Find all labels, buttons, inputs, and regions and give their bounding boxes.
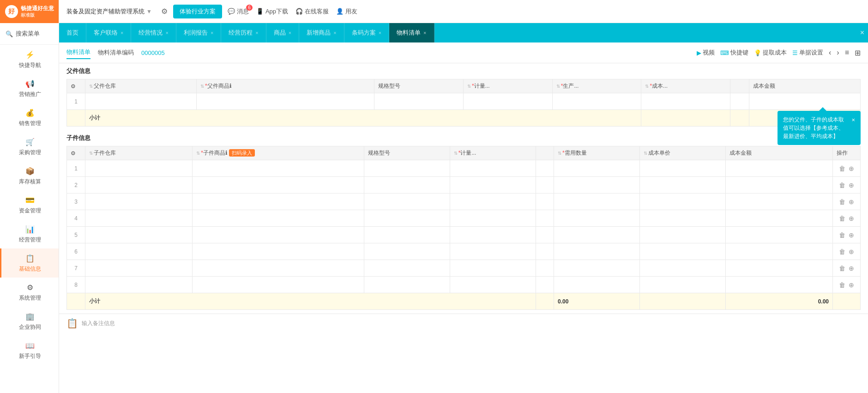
child-unit-cell[interactable] [450,277,536,293]
nav-tab-经营历程[interactable]: 经营历程× [221,23,266,42]
child-product-cell[interactable] [193,210,364,227]
child-spec-cell[interactable] [364,260,450,277]
child-unit-cell[interactable] [450,160,536,177]
child-unit-cell[interactable] [450,210,536,227]
parent-cost-cell[interactable] [641,93,730,110]
parent-unit-cell[interactable] [464,93,553,110]
child-spec-cell[interactable] [364,243,450,260]
child-product-cell[interactable] [193,227,364,243]
nav-tab-物料清单[interactable]: 物料清单× [389,23,434,42]
parent-col-settings[interactable]: ⚙ [67,79,85,93]
next-nav-button[interactable]: › [837,48,839,57]
child-qty-cell[interactable] [554,227,640,243]
sidebar-item-basic[interactable]: 📋基础信息 [0,248,59,278]
prev-nav-button[interactable]: ‹ [829,48,831,57]
tooltip-close-button[interactable]: × [851,115,855,125]
child-spec-cell[interactable] [364,193,450,210]
tab-close-icon[interactable]: × [379,30,381,36]
user-button[interactable]: 👤 用友 [336,7,357,16]
system-selector[interactable]: 装备及固定资产辅助管理系统 ▼ [66,7,152,16]
settings-icon[interactable]: ⚙ [161,7,168,16]
bill-settings-action[interactable]: ☰ 单据设置 [792,48,823,57]
tab-close-icon[interactable]: × [165,30,168,36]
sidebar-item-purchase[interactable]: 🛒采购管理 [0,132,59,161]
sub-tab-bill-of-materials[interactable]: 物料清单 [66,46,90,59]
sidebar-item-corp[interactable]: 🏢企业协同 [0,307,59,336]
list-nav-button[interactable]: ≡ [845,48,849,57]
child-product-cell[interactable] [193,193,364,210]
delete-icon[interactable]: 🗑 [839,231,845,239]
child-unit-cost-cell[interactable] [639,277,725,293]
nav-tab-新增商品[interactable]: 新增商品× [299,23,344,42]
child-unit-cost-cell[interactable] [639,193,725,210]
copy-icon[interactable]: ⊕ [849,265,854,272]
child-unit-cell[interactable] [450,177,536,193]
copy-icon[interactable]: ⊕ [849,181,854,189]
parent-spec-cell[interactable] [374,93,464,110]
tab-close-icon[interactable]: × [333,30,336,36]
child-spec-cell[interactable] [364,177,450,193]
child-unit-cost-cell[interactable] [639,227,725,243]
child-unit-cost-cell[interactable] [639,210,725,227]
nav-tab-商品[interactable]: 商品× [266,23,299,42]
copy-icon[interactable]: ⊕ [849,248,854,255]
parent-product-cell[interactable] [196,93,374,110]
nav-tab-首页[interactable]: 首页 [59,23,86,42]
child-unit-cell[interactable] [450,260,536,277]
sidebar-item-finance[interactable]: 💳资金管理 [0,190,59,219]
child-qty-cell[interactable] [554,177,640,193]
child-warehouse-cell[interactable] [85,243,193,260]
child-warehouse-cell[interactable] [85,277,193,293]
child-warehouse-cell[interactable] [85,160,193,177]
tab-close-icon[interactable]: × [289,30,291,36]
copy-icon[interactable]: ⊕ [849,281,854,289]
child-qty-cell[interactable] [554,277,640,293]
delete-icon[interactable]: 🗑 [839,248,845,255]
sidebar-item-quicknav[interactable]: ⚡快捷导航 [0,45,59,74]
child-qty-cell[interactable] [554,160,640,177]
child-warehouse-cell[interactable] [85,177,193,193]
child-spec-cell[interactable] [364,277,450,293]
child-qty-cell[interactable] [554,260,640,277]
copy-icon[interactable]: ⊕ [849,165,854,172]
child-spec-cell[interactable] [364,227,450,243]
nav-tab-利润报告[interactable]: 利润报告× [176,23,221,42]
child-unit-cost-cell[interactable] [639,243,725,260]
copy-icon[interactable]: ⊕ [849,198,854,206]
child-warehouse-cell[interactable] [85,193,193,210]
delete-icon[interactable]: 🗑 [839,281,845,289]
child-warehouse-cell[interactable] [85,260,193,277]
delete-icon[interactable]: 🗑 [839,265,845,272]
nav-close-all-button[interactable]: × [856,23,868,42]
video-action[interactable]: ▶ 视频 [697,48,715,57]
tab-close-icon[interactable]: × [211,30,213,36]
copy-icon[interactable]: ⊕ [849,215,854,222]
child-spec-cell[interactable] [364,160,450,177]
parent-warehouse-cell[interactable] [85,93,197,110]
tab-close-icon[interactable]: × [423,30,426,36]
child-product-cell[interactable] [193,243,364,260]
child-unit-cell[interactable] [450,193,536,210]
child-product-cell[interactable] [193,177,364,193]
delete-icon[interactable]: 🗑 [839,165,845,172]
child-spec-cell[interactable] [364,210,450,227]
nav-tab-经营情况[interactable]: 经营情况× [131,23,176,42]
search-menu-button[interactable]: 🔍 搜索菜单 [4,27,55,41]
delete-icon[interactable]: 🗑 [839,198,845,206]
child-warehouse-cell[interactable] [85,210,193,227]
sidebar-item-inventory[interactable]: 📦库存核算 [0,161,59,190]
nav-tab-客户联络[interactable]: 客户联络× [86,23,131,42]
child-unit-cell[interactable] [450,227,536,243]
delete-icon[interactable]: 🗑 [839,181,845,189]
nav-tab-条码方案[interactable]: 条码方案× [344,23,389,42]
delete-icon[interactable]: 🗑 [839,215,845,222]
child-qty-cell[interactable] [554,210,640,227]
child-qty-cell[interactable] [554,193,640,210]
child-unit-cost-cell[interactable] [639,160,725,177]
expand-nav-button[interactable]: ⊞ [855,48,861,57]
child-warehouse-cell[interactable] [85,227,193,243]
sidebar-item-guide[interactable]: 📖新手引导 [0,336,59,365]
child-unit-cost-cell[interactable] [639,260,725,277]
child-col-settings[interactable]: ⚙ [67,146,85,160]
extract-cost-action[interactable]: 💡 提取成本 [754,48,787,57]
